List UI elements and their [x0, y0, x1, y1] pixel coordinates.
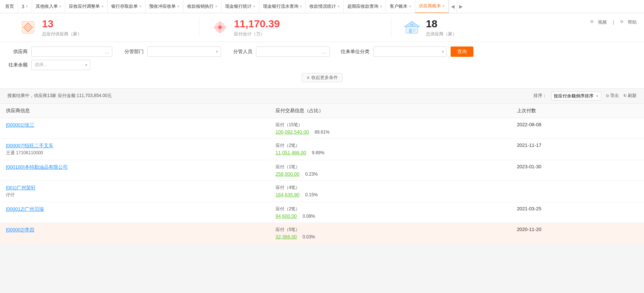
last-payment-cell: 2021-11-17 [511, 138, 644, 160]
tx-info-cell: 应付（2笔） 94,600.00 0.08% [270, 202, 511, 223]
close-icon[interactable]: × [101, 4, 104, 8]
supplier-link[interactable]: [000100]本特勤油品有限公司 [6, 164, 68, 170]
amount-link[interactable]: 11,051,486.00 [276, 150, 306, 155]
supplier-link[interactable]: [000001]张三 [6, 122, 34, 128]
tx-percentage: 0.23% [301, 172, 318, 177]
tx-label: 应付（5笔） [276, 227, 505, 233]
svg-point-8 [214, 25, 218, 29]
nav-tab-label: 3 [22, 4, 24, 9]
help-link[interactable]: 帮助 [628, 19, 637, 25]
nav-next-arrow[interactable]: ▶ [457, 0, 465, 13]
video-link[interactable]: 视频 [598, 19, 607, 25]
nav-tab-collect-exec[interactable]: 收款核销执行 × [183, 0, 221, 13]
close-icon[interactable]: × [300, 4, 302, 8]
supplier-input[interactable]: ... [31, 46, 112, 57]
nav-tab-prepay[interactable]: 预收冲应收单 × [146, 0, 183, 13]
table-row: [000007]恒旺二手叉车王通 17106110000应付（2笔） 11,05… [0, 138, 644, 160]
close-icon[interactable]: × [177, 4, 179, 8]
close-icon[interactable]: × [26, 4, 28, 8]
summary-item-total-payable: 11,170.39 应付合计（万） [199, 18, 391, 37]
amount-link[interactable]: 164,635.90 [276, 192, 300, 197]
svg-rect-20 [410, 24, 413, 26]
nav-tab-collection-stats[interactable]: 收款情况统计 × [306, 0, 344, 13]
amount-link[interactable]: 258,000.00 [276, 171, 300, 177]
dept-filter-label: 分管部门 [123, 48, 144, 55]
amount-link[interactable]: 32,366.00 [276, 234, 297, 239]
total-payable-amount: 11,170.39 [234, 18, 280, 30]
sort-select[interactable]: 按应付余额倒序排序 [551, 92, 601, 100]
supplier-link[interactable]: [000002]李四 [6, 227, 34, 232]
close-icon[interactable]: × [409, 4, 411, 8]
person-input[interactable]: ... [256, 46, 330, 57]
export-button[interactable]: ⊙ 导出 [606, 93, 619, 99]
category-select-wrapper: ▼ [373, 46, 447, 57]
balance-select[interactable]: 选择... ▼ [31, 60, 90, 70]
nav-tab-cash-flow[interactable]: 现金银行流水查询 × [259, 0, 306, 13]
svg-point-10 [216, 23, 218, 26]
close-icon[interactable]: × [253, 4, 255, 8]
svg-point-11 [221, 23, 224, 26]
payable-suppliers-label: 总应付供应商（家） [42, 31, 82, 37]
tx-percentage: 0.03% [298, 234, 315, 239]
nav-tab-home[interactable]: 首页 [1, 0, 18, 13]
tx-percentage: 9.89% [308, 150, 325, 155]
refresh-button[interactable]: ↻ 刷新 [623, 93, 637, 99]
results-summary-text: 搜索结果中，供应商13家 应付金额 111,703,854.00元 [7, 93, 112, 99]
refresh-icon: ↻ [623, 93, 627, 98]
nav-prev-arrow[interactable]: ◀ [449, 0, 457, 13]
table-row: [000002]李四应付（5笔） 32,366.00 0.03% 2020-11… [0, 223, 644, 243]
tx-percentage: 89.61% [310, 130, 330, 135]
last-payment-date: 2023-01-30 [517, 164, 542, 169]
category-filter-label: 往来单位分类 [341, 48, 370, 55]
close-icon[interactable]: × [442, 4, 445, 8]
last-payment-date: 2020-11-20 [517, 227, 542, 232]
collapse-button[interactable]: ∧ 收起更多条件 [302, 73, 343, 82]
chevron-down-icon: ▼ [215, 49, 219, 54]
tx-percentage: 0.08% [298, 214, 315, 219]
chevron-down-icon: ▼ [441, 49, 445, 54]
circle-icon2: ⊙ [620, 19, 623, 25]
supplier-dots[interactable]: ... [105, 49, 109, 55]
svg-rect-17 [409, 29, 412, 33]
supplier-link[interactable]: [000012]广州贝瑞 [6, 206, 44, 212]
tx-amount-row: 164,635.90 0.15% [276, 192, 505, 197]
close-icon[interactable]: × [380, 4, 382, 8]
supplier-table: 供应商信息 应付交易信息（占比） 上次付数 [000001]张三应付（15笔） … [0, 104, 644, 244]
last-payment-date: 2021-11-17 [517, 142, 542, 148]
table-container: 供应商信息 应付交易信息（占比） 上次付数 [000001]张三应付（15笔） … [0, 104, 644, 244]
nav-tab-ar-adjustment[interactable]: 应收应付调整单 × [65, 0, 108, 13]
collapse-label: 收起更多条件 [311, 75, 338, 81]
supplier-info-cell: [000100]本特勤油品有限公司 [0, 160, 270, 180]
category-select[interactable]: ▼ [373, 46, 447, 57]
table-row: [000100]本特勤油品有限公司应付（1笔） 258,000.00 0.23%… [0, 160, 644, 180]
close-icon[interactable]: × [139, 4, 141, 8]
close-icon[interactable]: × [59, 4, 62, 8]
nav-tab-overdue[interactable]: 超期应收款查询 × [344, 0, 386, 13]
tx-amount-row: 11,051,486.00 9.89% [276, 150, 505, 155]
nav-tab-cash-bank-stats[interactable]: 现金银行统计 × [221, 0, 259, 13]
close-icon[interactable]: × [337, 4, 340, 8]
nav-tab-label: 现金银行流水查询 [263, 3, 298, 10]
query-button[interactable]: 查询 [451, 46, 473, 57]
tx-amount-row: 258,000.00 0.23% [276, 171, 505, 177]
nav-tab-label: 预收冲应收单 [149, 3, 176, 10]
tx-info-cell: 应付（4笔） 164,635.90 0.15% [270, 180, 511, 202]
total-suppliers-count: 18 [426, 18, 457, 30]
close-icon[interactable]: × [215, 4, 217, 8]
nav-tab-other-income[interactable]: 其他收入单 × [32, 0, 66, 13]
nav-tab-3[interactable]: 3 × [18, 0, 32, 13]
export-icon: ⊙ [606, 93, 609, 98]
nav-tab-supplier-ledger[interactable]: 供应商账本 × [415, 0, 449, 13]
nav-tab-customer-ledger[interactable]: 客户账本 × [386, 0, 415, 13]
person-dots[interactable]: ... [322, 49, 326, 55]
summary-text-payable: 13 总应付供应商（家） [42, 18, 82, 37]
svg-point-15 [218, 26, 221, 29]
amount-link[interactable]: 94,600.00 [276, 213, 297, 219]
supplier-link[interactable]: [000007]恒旺二手叉车 [6, 143, 53, 148]
nav-tab-bank-deposit[interactable]: 银行存取款单 × [108, 0, 146, 13]
dept-select[interactable]: ▼ [147, 46, 221, 57]
supplier-link[interactable]: [001]广州荣轩 [6, 185, 36, 190]
last-payment-date: 2021-03-25 [517, 206, 542, 211]
tx-label: 应付（2笔） [276, 142, 505, 149]
amount-link[interactable]: 100,092,540.00 [276, 129, 309, 135]
